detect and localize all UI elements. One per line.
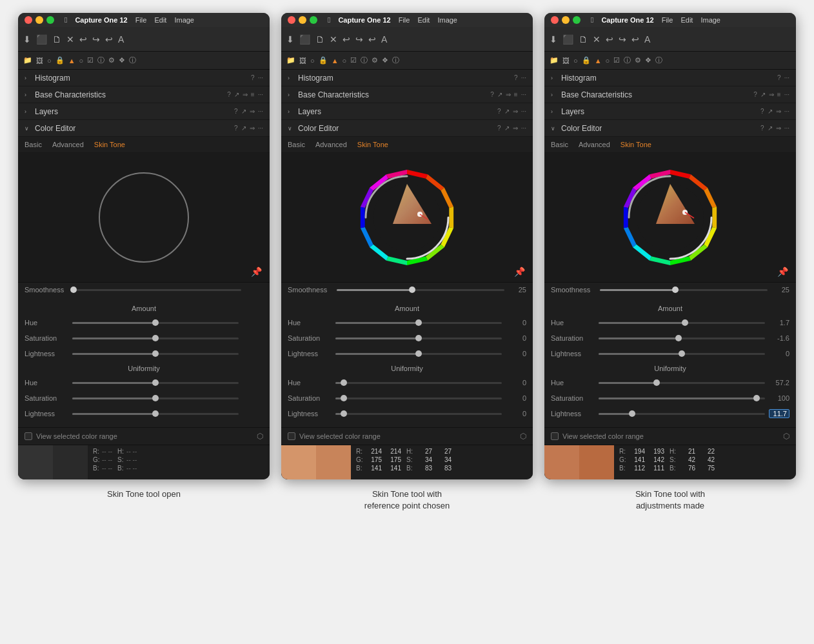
tab-basic[interactable]: Basic — [25, 141, 42, 148]
slider-track-amt-1[interactable] — [335, 337, 502, 339]
section-row-0[interactable]: › Histogram ?··· — [18, 70, 270, 86]
copy-icon[interactable]: 🗋 — [579, 34, 588, 45]
layers-icon[interactable]: ❖ — [119, 56, 125, 65]
menu-item-0[interactable]: Capture One 12 — [338, 16, 390, 24]
info-icon[interactable]: ⓘ — [361, 55, 368, 65]
section-icon-1-1[interactable]: ↗ — [234, 91, 239, 98]
camera-icon[interactable]: ⬛ — [562, 34, 573, 45]
slider-track-amt-0[interactable] — [599, 322, 765, 324]
menu-item-1[interactable]: File — [399, 16, 410, 24]
section-icon-2-2[interactable]: ⇒ — [250, 108, 255, 115]
close-button[interactable] — [288, 16, 295, 24]
section-icon-1-4[interactable]: ··· — [521, 91, 526, 98]
ce-icon-1[interactable]: ↗ — [768, 125, 773, 132]
circle-icon[interactable]: ○ — [47, 57, 52, 65]
section-icon-2-0[interactable]: ? — [760, 108, 764, 115]
section-icon-2-1[interactable]: ↗ — [241, 108, 246, 115]
slider-track-amt-2[interactable] — [72, 353, 239, 355]
section-icon-2-2[interactable]: ⇒ — [776, 108, 781, 115]
view-color-icon[interactable]: ⬡ — [520, 432, 526, 441]
section-icon-1-0[interactable]: ? — [753, 91, 757, 98]
view-color-checkbox[interactable] — [25, 432, 32, 440]
menu-item-1[interactable]: File — [135, 16, 147, 24]
section-icon-1-2[interactable]: ⇒ — [243, 91, 248, 98]
tab-skin-tone[interactable]: Skin Tone — [94, 141, 125, 148]
settings2-icon[interactable]: ⓘ — [129, 55, 136, 65]
image-icon[interactable]: 🖼 — [299, 57, 306, 65]
info-icon[interactable]: ⓘ — [624, 55, 631, 65]
section-icon-2-3[interactable]: ··· — [784, 108, 789, 115]
menu-item-3[interactable]: Image — [437, 16, 457, 24]
apple-menu[interactable]:  — [591, 15, 593, 25]
section-icon-2-0[interactable]: ? — [497, 108, 501, 115]
tab-advanced[interactable]: Advanced — [52, 141, 84, 148]
menu-item-3[interactable]: Image — [174, 16, 194, 24]
close-button[interactable] — [25, 16, 32, 24]
ce-icon-3[interactable]: ··· — [784, 125, 789, 132]
section-icon-1-2[interactable]: ⇒ — [506, 91, 511, 98]
text-icon[interactable]: A — [118, 34, 124, 45]
funnel-icon[interactable]: ▲ — [68, 57, 75, 65]
check-icon[interactable]: ☑ — [613, 56, 620, 65]
slider-track-uni-1[interactable] — [599, 397, 765, 399]
section-row-0[interactable]: › Histogram ?··· — [544, 70, 796, 86]
slider-track-uni-2[interactable] — [335, 413, 502, 415]
copy-icon[interactable]: 🗋 — [315, 34, 324, 45]
settings2-icon[interactable]: ⓘ — [392, 55, 399, 65]
forward-icon[interactable]: ↪ — [619, 34, 626, 45]
undo-icon[interactable]: ↩ — [342, 34, 350, 45]
view-color-checkbox[interactable] — [551, 432, 559, 440]
camera-icon[interactable]: ⬛ — [299, 34, 310, 45]
section-icon-0-1[interactable]: ··· — [521, 74, 526, 81]
search-icon[interactable]: ○ — [606, 57, 610, 65]
back-icon[interactable]: ↩ — [368, 34, 376, 45]
camera-icon[interactable]: ⬛ — [36, 34, 47, 45]
import-icon[interactable]: ⬇ — [286, 34, 294, 45]
lock-icon[interactable]: 🔒 — [582, 56, 591, 65]
check-icon[interactable]: ☑ — [350, 56, 357, 65]
menu-item-3[interactable]: Image — [700, 16, 720, 24]
funnel-icon[interactable]: ▲ — [595, 57, 602, 65]
tab-skin-tone[interactable]: Skin Tone — [357, 141, 388, 148]
tab-advanced[interactable]: Advanced — [315, 141, 347, 148]
section-icon-1-2[interactable]: ⇒ — [769, 91, 774, 98]
ce-icon-2[interactable]: ⇒ — [513, 125, 518, 132]
section-row-1[interactable]: › Base Characteristics ?↗⇒≡··· — [281, 86, 533, 103]
section-icon-1-3[interactable]: ≡ — [251, 91, 255, 98]
menu-item-0[interactable]: Capture One 12 — [601, 16, 653, 24]
section-icon-2-3[interactable]: ··· — [521, 108, 526, 115]
section-icon-1-0[interactable]: ? — [490, 91, 494, 98]
layers-icon[interactable]: ❖ — [645, 56, 651, 65]
maximize-button[interactable] — [310, 16, 317, 24]
info-icon[interactable]: ⓘ — [97, 55, 104, 65]
lock-icon[interactable]: 🔒 — [319, 56, 328, 65]
minimize-button[interactable] — [299, 16, 306, 24]
menu-item-2[interactable]: Edit — [680, 16, 693, 24]
ce-icon-0[interactable]: ? — [234, 125, 238, 132]
search-icon[interactable]: ○ — [79, 57, 84, 65]
section-icon-2-0[interactable]: ? — [234, 108, 238, 115]
gear-icon[interactable]: ⚙ — [372, 56, 378, 65]
search-icon[interactable]: ○ — [342, 57, 347, 65]
import-icon[interactable]: ⬇ — [550, 34, 557, 45]
maximize-button[interactable] — [46, 16, 54, 24]
ce-icon-0[interactable]: ? — [760, 125, 764, 132]
circle-icon[interactable]: ○ — [310, 57, 315, 65]
back-icon[interactable]: ↩ — [631, 34, 639, 45]
pin-icon[interactable]: 📌 — [251, 267, 262, 277]
section-icon-1-1[interactable]: ↗ — [497, 91, 502, 98]
ce-icon-2[interactable]: ⇒ — [776, 125, 781, 132]
apple-menu[interactable]:  — [65, 15, 67, 25]
smoothness-slider[interactable] — [600, 289, 768, 291]
section-icon-2-2[interactable]: ⇒ — [513, 108, 518, 115]
section-icon-0-1[interactable]: ··· — [784, 74, 789, 81]
slider-track-uni-0[interactable] — [599, 382, 765, 384]
minimize-button[interactable] — [562, 16, 570, 24]
forward-icon[interactable]: ↪ — [92, 34, 100, 45]
import-icon[interactable]: ⬇ — [23, 34, 31, 45]
menu-item-0[interactable]: Capture One 12 — [75, 16, 127, 24]
slider-track-uni-0[interactable] — [72, 382, 239, 384]
folder-icon[interactable]: 📁 — [286, 56, 295, 65]
circle-icon[interactable]: ○ — [573, 57, 578, 65]
section-row-0[interactable]: › Histogram ?··· — [281, 70, 533, 86]
